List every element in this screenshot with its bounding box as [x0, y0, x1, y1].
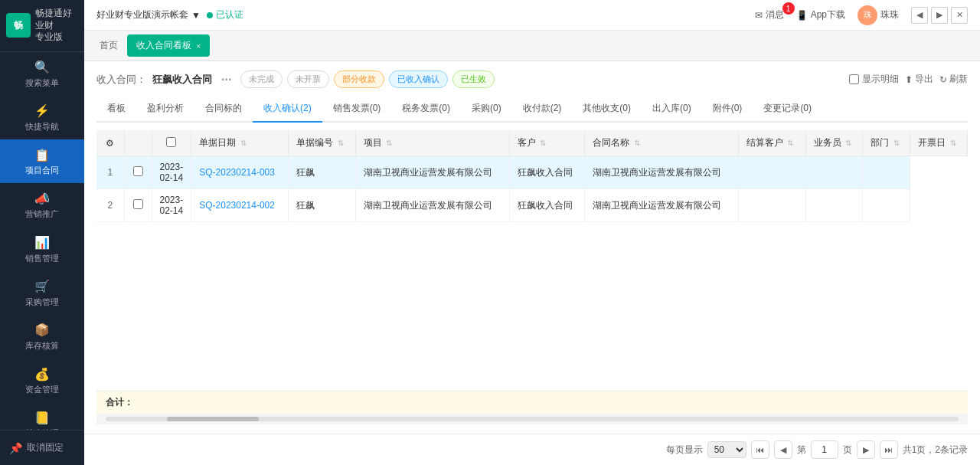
salesperson-col-header[interactable]: 业务员 ⇅: [805, 130, 863, 156]
nav-close-button[interactable]: ✕: [951, 7, 968, 24]
select-all-checkbox[interactable]: [166, 137, 176, 147]
funds-icon: 💰: [34, 366, 50, 381]
tab-sales-invoice[interactable]: 销售发票(0): [322, 96, 392, 123]
row-1-checkbox[interactable]: [133, 166, 143, 176]
row-2-contract-name: 狂飙收入合同: [509, 189, 585, 222]
row-1-order-no[interactable]: SQ-20230214-003: [191, 156, 289, 189]
table-row[interactable]: 1 2023-02-14 SQ-20230214-003 狂飙 湖南卫视商业运营…: [96, 156, 968, 189]
row-1-open-date: [863, 156, 910, 189]
nav-prev-button[interactable]: ◀: [911, 7, 928, 24]
quick-nav-icon: ⚡: [34, 103, 50, 119]
contract-name-col-header[interactable]: 合同名称 ⇅: [585, 130, 739, 156]
refresh-button[interactable]: ↻ 刷新: [939, 73, 968, 86]
company-name: 好业财专业版演示帐套: [96, 8, 188, 21]
next-page-button[interactable]: ▶: [857, 440, 875, 459]
sidebar-item-inventory[interactable]: 📦 库存核算: [0, 315, 84, 359]
unpin-button[interactable]: 📌 取消固定: [3, 437, 81, 459]
project-col-header[interactable]: 项目 ⇅: [355, 130, 509, 156]
settings-col-header[interactable]: ⚙: [96, 130, 124, 156]
row-2-order-link[interactable]: SQ-20230214-002: [199, 200, 275, 211]
per-page-label: 每页显示: [666, 444, 703, 457]
tab-profit[interactable]: 盈利分析: [136, 96, 194, 123]
tab-in-out[interactable]: 出入库(0): [642, 96, 702, 123]
page-number-input[interactable]: [811, 440, 838, 459]
tab-tax-invoice[interactable]: 税务发票(0): [391, 96, 461, 123]
tab-overview[interactable]: 看板: [96, 96, 136, 123]
row-2-customer: 湖南卫视商业运营发展有限公司: [355, 189, 509, 222]
show-detail-checkbox-label[interactable]: 显示明细: [849, 73, 899, 86]
scrollbar-thumb[interactable]: [167, 417, 259, 421]
status-not-complete[interactable]: 未完成: [240, 70, 283, 88]
table-header-row: ⚙ 单据日期 ⇅ 单据编号 ⇅ 项目 ⇅ 客户 ⇅ 合同名称 ⇅ 结算客户 ⇅ …: [96, 130, 968, 156]
message-icon: ✉: [755, 10, 763, 21]
row-2-date: 2023-02-14: [152, 189, 191, 222]
sidebar-item-search[interactable]: 🔍 搜索菜单: [0, 52, 84, 96]
company-selector[interactable]: 好业财专业版演示帐套 ▼: [96, 8, 201, 21]
status-partial-received[interactable]: 部分收款: [334, 70, 384, 88]
check-col-header: [152, 130, 191, 156]
tab-contract-standard[interactable]: 合同标的: [194, 96, 253, 123]
salesperson-sort-icon: ⇅: [845, 139, 851, 147]
status-confirmed[interactable]: 已收入确认: [389, 70, 448, 88]
date-col-header[interactable]: 单据日期 ⇅: [191, 130, 289, 156]
row-1-salesperson: [739, 156, 805, 189]
more-options-button[interactable]: ···: [221, 73, 231, 87]
last-page-button[interactable]: ⏭: [880, 440, 898, 459]
settlement-col-header[interactable]: 结算客户 ⇅: [739, 130, 805, 156]
tab-attachments[interactable]: 附件(0): [702, 96, 753, 123]
open-date-col-header[interactable]: 开票日 ⇅: [910, 130, 968, 156]
row-2-checkbox[interactable]: [133, 199, 143, 209]
income-contract-tab[interactable]: 收入合同看板 ×: [127, 34, 210, 57]
date-sort-icon: ⇅: [240, 139, 247, 147]
page-title: 收入合同： 狂飙收入合同: [96, 73, 212, 87]
sidebar-item-procurement[interactable]: 🛒 采购管理: [0, 271, 84, 315]
company-arrow-icon: ▼: [191, 10, 201, 21]
contract-sort-icon: ⇅: [634, 139, 640, 147]
tab-change-log[interactable]: 变更记录(0): [753, 96, 822, 123]
message-badge: 1: [782, 2, 795, 15]
sidebar-item-funds[interactable]: 💰 资金管理: [0, 359, 84, 402]
customer-col-header[interactable]: 客户 ⇅: [509, 130, 585, 156]
home-tab[interactable]: 首页: [93, 39, 124, 52]
tab-close-icon[interactable]: ×: [196, 41, 201, 51]
horizontal-scrollbar[interactable]: [96, 414, 968, 424]
tab-income-confirm[interactable]: 收入确认(2): [253, 96, 322, 123]
prev-page-button[interactable]: ◀: [774, 440, 792, 459]
pagination: 每页显示 50 100 200 ⏮ ◀ 第 页 ▶ ⏭ 共1页，2条记录: [84, 434, 980, 465]
order-no-col-header[interactable]: 单据编号 ⇅: [289, 130, 355, 156]
row-2-order-no[interactable]: SQ-20230214-002: [191, 189, 289, 222]
user-menu[interactable]: 珠 珠珠: [858, 5, 899, 25]
sidebar-item-project-contract[interactable]: 📋 项目合同: [0, 139, 84, 183]
project-sort-icon: ⇅: [386, 139, 392, 147]
per-page-select[interactable]: 50 100 200: [707, 441, 746, 458]
table-row[interactable]: 2 2023-02-14 SQ-20230214-002 狂飙 湖南卫视商业运营…: [96, 189, 968, 222]
sidebar-item-quick-nav[interactable]: ⚡ 快捷导航: [0, 96, 84, 139]
tab-payment[interactable]: 收付款(2): [512, 96, 573, 123]
row-1-check[interactable]: [124, 156, 152, 189]
app-download-button[interactable]: 📱 App下载: [796, 8, 845, 21]
department-sort-icon: ⇅: [893, 139, 900, 147]
sidebar-item-marketing[interactable]: 📣 营销推广: [0, 183, 84, 227]
row-2-check[interactable]: [124, 189, 152, 222]
sidebar-menu: 🔍 搜索菜单 ⚡ 快捷导航 📋 项目合同 📣 营销推广 📊 销售管理 🛒 采购管…: [0, 52, 84, 430]
page-header: 收入合同： 狂飙收入合同 ··· 未完成 未开票 部分收款 已收入确认 已生效: [96, 70, 968, 88]
status-not-invoiced[interactable]: 未开票: [287, 70, 329, 88]
scrollbar-track[interactable]: [106, 417, 959, 421]
row-2-salesperson: [739, 189, 805, 222]
export-button[interactable]: ⬆ 导出: [905, 73, 933, 86]
data-table-container: ⚙ 单据日期 ⇅ 单据编号 ⇅ 项目 ⇅ 客户 ⇅ 合同名称 ⇅ 结算客户 ⇅ …: [96, 130, 968, 391]
messages-button[interactable]: ✉ 消息 1: [755, 8, 784, 21]
show-detail-checkbox[interactable]: [849, 74, 859, 84]
certified-badge: 已认证: [207, 8, 243, 21]
row-1-order-link[interactable]: SQ-20230214-003: [199, 167, 275, 178]
certified-dot: [207, 12, 213, 18]
tab-purchase[interactable]: 采购(0): [461, 96, 512, 123]
sidebar-item-general-ledger[interactable]: 📒 总账管理: [0, 402, 84, 430]
nav-next-button[interactable]: ▶: [931, 7, 948, 24]
status-active[interactable]: 已生效: [452, 70, 495, 88]
department-col-header[interactable]: 部门 ⇅: [863, 130, 910, 156]
sidebar-item-sales[interactable]: 📊 销售管理: [0, 228, 84, 271]
tab-other-income[interactable]: 其他收支(0): [572, 96, 642, 123]
first-page-button[interactable]: ⏮: [751, 440, 769, 459]
tab-bar: 首页 收入合同看板 ×: [84, 31, 980, 61]
